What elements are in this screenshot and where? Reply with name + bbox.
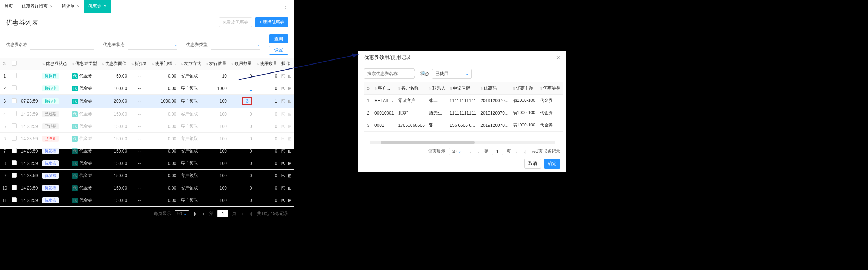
close-icon[interactable]: ✕ (50, 4, 53, 8)
gear-icon[interactable]: ⚙ (2, 61, 6, 66)
gear-icon[interactable]: ⚙ (366, 86, 370, 91)
qr-icon[interactable]: ⊞ (288, 86, 292, 91)
share-icon[interactable]: ⇱ (281, 136, 285, 141)
table-row[interactable]: 4 14 23:59 已过期 代代金券 150.00 -- 0.00 客户领取 … (0, 108, 294, 120)
tab-sales[interactable]: 销货单✕ (57, 0, 84, 13)
table-row[interactable]: 9 14 23:59 待发布 代代金券 150.00 -- 0.00 客户领取 … (0, 170, 294, 182)
qr-icon[interactable]: ⊞ (288, 186, 292, 191)
status-badge: 待发布 (42, 160, 59, 166)
modal-per-page-select[interactable]: 50⌄ (449, 148, 463, 155)
row-checkbox[interactable] (12, 160, 17, 165)
coupon-type-icon: 代 (72, 198, 78, 203)
row-checkbox[interactable] (12, 197, 17, 202)
horizontal-scrollbar[interactable] (370, 141, 555, 144)
share-icon[interactable]: ⇱ (281, 173, 285, 178)
claimed-link[interactable]: 1 (250, 86, 252, 91)
distribute-button[interactable]: ⎘发放优惠券 (219, 17, 252, 27)
row-checkbox[interactable] (12, 111, 17, 116)
table-row[interactable]: 10 14 23:59 待发布 代代金券 150.00 -- 0.00 客户领取… (0, 182, 294, 194)
qr-icon[interactable]: ⊞ (288, 136, 292, 141)
status-badge: 已过期 (42, 111, 59, 117)
filter-name-input[interactable] (30, 40, 94, 50)
modal-first-page-button[interactable]: |‹ (467, 149, 473, 154)
next-page-button[interactable]: › (240, 211, 244, 216)
close-icon[interactable]: ✕ (103, 4, 106, 8)
tab-detail[interactable]: 优惠券详情页✕ (17, 0, 57, 13)
table-row[interactable]: 3 07 23:59 执行中 代代金券 200.00 -- 1000.00 客户… (0, 95, 294, 108)
row-checkbox[interactable] (12, 173, 17, 178)
status-badge: 已过期 (42, 123, 59, 129)
qr-icon[interactable]: ⊞ (288, 149, 292, 154)
close-icon[interactable]: ✕ (77, 4, 80, 8)
filter-type-select[interactable]: ⌄ (211, 40, 260, 50)
share-icon[interactable]: ⇱ (281, 149, 285, 154)
claimed-link[interactable]: 3 (246, 99, 249, 104)
share-icon[interactable]: ⇱ (281, 186, 285, 191)
share-icon[interactable]: ⇱ (281, 99, 285, 104)
table-row[interactable]: 2 执行中 代代金券 100.00 -- 0.00 客户领取 1000 1 0 … (0, 82, 294, 95)
share-icon[interactable]: ⇱ (281, 198, 285, 203)
page-title: 优惠券列表 (6, 18, 38, 27)
modal-status-select[interactable]: 已使用 ⌄ (432, 69, 472, 79)
row-checkbox[interactable] (12, 185, 17, 190)
share-icon[interactable]: ⇱ (281, 112, 285, 117)
row-checkbox[interactable] (12, 148, 17, 153)
modal-next-page-button[interactable]: › (515, 149, 519, 154)
status-badge: 待执行 (42, 73, 59, 79)
search-button[interactable]: 查询 (269, 34, 288, 43)
filter-bar: 优惠券名称 优惠券状态 ⌄ 优惠券类型 ⌄ 查询 设置 (0, 32, 294, 58)
share-icon[interactable]: ⇱ (281, 86, 285, 91)
share-icon[interactable]: ⇱ (281, 74, 285, 79)
table-row[interactable]: 1 待执行 代代金券 50.00 -- 0.00 客户领取 10 0 0 ⇱⊞ (0, 70, 294, 82)
row-checkbox[interactable] (12, 73, 17, 78)
coupon-type-icon: 代 (72, 124, 78, 129)
table-row[interactable]: 3000117666666666张156 6666 6...2019120070… (364, 119, 563, 132)
share-icon[interactable]: ⇱ (281, 124, 285, 129)
chevron-down-icon: ⌄ (183, 212, 186, 216)
tab-home[interactable]: 首页 (0, 0, 17, 13)
confirm-button[interactable]: 确定 (544, 159, 560, 169)
status-badge: 待发布 (42, 173, 59, 179)
modal-search-input[interactable] (367, 71, 422, 76)
share-icon[interactable]: ⇱ (281, 161, 285, 166)
tab-bar: 首页 优惠券详情页✕ 销货单✕ 优惠券✕ ⋮ (0, 0, 294, 13)
qr-icon[interactable]: ⊞ (288, 74, 292, 79)
qr-icon[interactable]: ⊞ (288, 99, 292, 104)
select-all-checkbox[interactable] (12, 61, 17, 66)
first-page-button[interactable]: |‹ (192, 211, 198, 216)
tabs-more-icon[interactable]: ⋮ (280, 4, 291, 9)
modal-last-page-button[interactable]: ›| (522, 149, 528, 154)
close-icon[interactable]: ✕ (556, 55, 560, 61)
row-checkbox[interactable] (12, 136, 17, 141)
row-checkbox[interactable] (12, 98, 17, 103)
row-checkbox[interactable] (12, 85, 17, 90)
last-page-button[interactable]: ›| (248, 211, 253, 216)
per-page-select[interactable]: 50⌄ (175, 210, 189, 217)
table-row[interactable]: 5 14 23:59 已过期 代代金券 150.00 -- 0.00 客户领取 … (0, 120, 294, 133)
qr-icon[interactable]: ⊞ (288, 161, 292, 166)
chevron-down-icon: ⌄ (466, 72, 469, 76)
qr-icon[interactable]: ⊞ (288, 112, 292, 117)
page-input[interactable] (217, 210, 228, 217)
table-row[interactable]: 6 14 23:59 已终止 代代金券 150.00 -- 0.00 客户领取 … (0, 133, 294, 145)
prev-page-button[interactable]: ‹ (202, 211, 206, 216)
table-row[interactable]: 1RETAIL...零散客户张三111111111112019120070...… (364, 95, 563, 107)
modal-title: 优惠券领用/使用记录 (364, 54, 411, 61)
create-button[interactable]: + 新增优惠券 (255, 17, 288, 27)
usage-table: ⚙ ⇅客户... ⇅客户名称 ⇅联系人 ⇅电话号码 ⇅优惠码 ⇅优惠主题 ⇅优惠… (364, 82, 563, 132)
table-row[interactable]: 11 14 23:59 待发布 代代金券 150.00 -- 0.00 客户领取… (0, 194, 294, 207)
qr-icon[interactable]: ⊞ (288, 173, 292, 178)
coupon-type-icon: 代 (72, 173, 78, 179)
table-row[interactable]: 7 14 23:59 待发布 代代金券 150.00 -- 0.00 客户领取 … (0, 145, 294, 157)
tab-coupons[interactable]: 优惠券✕ (84, 0, 111, 13)
table-row[interactable]: 200010001北京1唐先生111111111112019120070...满… (364, 107, 563, 119)
table-row[interactable]: 8 14 23:59 待发布 代代金券 150.00 -- 0.00 客户领取 … (0, 157, 294, 170)
row-checkbox[interactable] (12, 123, 17, 128)
filter-status-select[interactable]: ⌄ (128, 40, 177, 50)
modal-prev-page-button[interactable]: ‹ (476, 149, 480, 154)
qr-icon[interactable]: ⊞ (288, 124, 292, 129)
qr-icon[interactable]: ⊞ (288, 198, 292, 203)
modal-page-input[interactable] (492, 148, 503, 155)
cancel-button[interactable]: 取消 (524, 159, 541, 169)
settings-button[interactable]: 设置 (269, 46, 288, 55)
